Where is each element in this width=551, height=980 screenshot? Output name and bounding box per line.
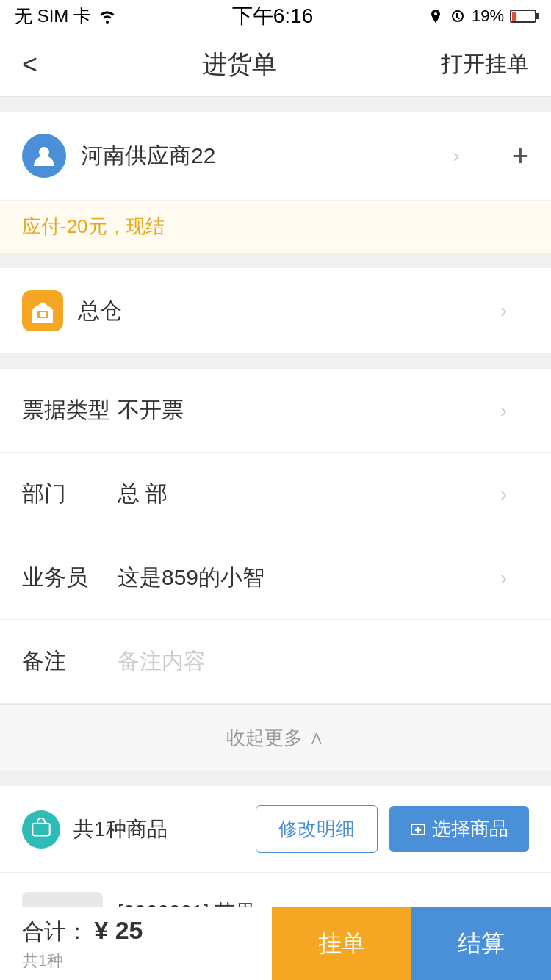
wifi-icon [97, 9, 118, 24]
supplier-alert: 应付-20元，现结 [0, 201, 551, 253]
gap-3 [0, 354, 551, 369]
salesperson-value: 这是859的小智 [118, 563, 500, 593]
select-product-label: 选择商品 [432, 816, 508, 842]
department-chevron-icon: › [500, 483, 507, 506]
open-pending-button[interactable]: 打开挂单 [441, 49, 529, 79]
department-value: 总 部 [118, 479, 500, 509]
supplier-avatar [22, 134, 66, 178]
ticket-type-label: 票据类型 [22, 395, 118, 425]
total-sub: 共1种 [22, 950, 250, 972]
status-left: 无 SIM 卡 [15, 4, 118, 28]
ticket-type-value: 不开票 [118, 395, 500, 425]
warehouse-label: 总仓 [78, 296, 500, 326]
bottom-bar: 合计： ¥ 25 共1种 挂单 结算 [0, 907, 551, 980]
edit-detail-button[interactable]: 修改明细 [256, 805, 378, 853]
total-row: 合计： ¥ 25 [22, 916, 250, 947]
remark-row[interactable]: 备注 备注内容 [0, 620, 551, 704]
ticket-chevron-icon: › [500, 399, 507, 422]
alarm-icon [450, 8, 466, 24]
divider [497, 141, 497, 170]
salesperson-row[interactable]: 业务员 这是859的小智 › [0, 536, 551, 620]
carrier-label: 无 SIM 卡 [15, 4, 91, 28]
department-label: 部门 [22, 479, 118, 509]
user-icon [31, 143, 57, 169]
gap-4 [0, 771, 551, 786]
nav-bar: < 进货单 打开挂单 [0, 32, 551, 97]
total-label: 合计： [22, 919, 88, 943]
warehouse-icon [31, 299, 54, 323]
svg-point-0 [39, 147, 49, 157]
ticket-type-row[interactable]: 票据类型 不开票 › [0, 369, 551, 453]
salesperson-chevron-icon: › [500, 566, 507, 590]
select-product-icon [410, 821, 426, 837]
product-icon-bg [22, 810, 60, 849]
collapse-button[interactable]: 收起更多 ∧ [0, 704, 551, 771]
status-right: 19% [428, 7, 536, 26]
warehouse-chevron-icon: › [500, 299, 507, 323]
remark-placeholder: 备注内容 [118, 646, 529, 677]
select-product-button[interactable]: 选择商品 [389, 806, 529, 852]
remark-label: 备注 [22, 646, 118, 677]
warehouse-icon-bg [22, 290, 63, 331]
supplier-section: 河南供应商22 › + 应付-20元，现结 [0, 112, 551, 253]
battery-icon [510, 10, 536, 23]
page-title: 进货单 [202, 48, 277, 82]
total-section: 合计： ¥ 25 共1种 [0, 907, 272, 980]
battery-label: 19% [472, 7, 504, 26]
salesperson-label: 业务员 [22, 563, 118, 593]
gap-1 [0, 97, 551, 112]
location-icon [428, 8, 444, 24]
warehouse-row[interactable]: 总仓 › [0, 268, 551, 354]
svg-rect-1 [32, 823, 49, 835]
department-row[interactable]: 部门 总 部 › [0, 453, 551, 536]
supplier-row[interactable]: 河南供应商22 › + [0, 112, 551, 201]
add-supplier-button[interactable]: + [512, 141, 529, 170]
product-header: 共1种商品 修改明细 选择商品 [0, 786, 551, 873]
form-section: 票据类型 不开票 › 部门 总 部 › 业务员 这是859的小智 › 备注 备注… [0, 369, 551, 704]
cart-icon [30, 818, 52, 840]
supplier-chevron-icon: › [453, 144, 459, 167]
back-button[interactable]: < [22, 49, 37, 80]
time-label: 下午6:16 [232, 2, 314, 30]
product-count-label: 共1种商品 [73, 815, 256, 843]
gap-2 [0, 253, 551, 268]
status-bar: 无 SIM 卡 下午6:16 19% [0, 0, 551, 32]
warehouse-section: 总仓 › [0, 268, 551, 354]
total-amount: ¥ 25 [94, 916, 143, 944]
settle-button[interactable]: 结算 [411, 907, 551, 980]
supplier-name: 河南供应商22 [81, 141, 453, 171]
hang-button[interactable]: 挂单 [272, 907, 411, 980]
